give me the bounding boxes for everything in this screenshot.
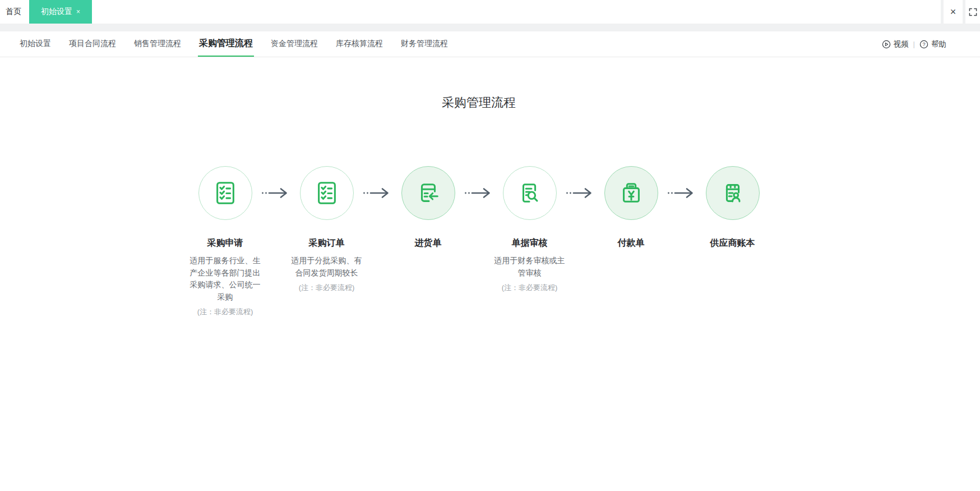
- step-name: 付款单: [618, 237, 645, 249]
- flow-step-goods-receipt: 进货单: [377, 166, 479, 316]
- step-description: 适用于财务审核或主管审核: [493, 255, 566, 279]
- utilities-divider: |: [913, 40, 915, 48]
- tabbar-utilities: 视频 | ? 帮助: [882, 31, 980, 57]
- step-name: 采购订单: [309, 237, 345, 249]
- step-circle[interactable]: [401, 166, 455, 220]
- step-note: (注：非必要流程): [197, 307, 253, 316]
- window-buttons: ×: [941, 0, 980, 24]
- video-link[interactable]: 视频: [882, 39, 909, 49]
- flow-step-purchase-order: 采购订单 适用于分批采购、有合同发货周期较长 (注：非必要流程): [276, 166, 377, 316]
- tab-funds-management-flow[interactable]: 资金管理流程: [270, 31, 319, 57]
- step-description: 适用于分批采购、有合同发货周期较长: [290, 255, 363, 279]
- main-panel: 初始设置 项目合同流程 销售管理流程 采购管理流程 资金管理流程 库存核算流程 …: [0, 31, 980, 491]
- window-fullscreen-button[interactable]: [965, 0, 980, 24]
- fullscreen-icon: [969, 8, 977, 16]
- flow-content: 采购管理流程 采购申请 适用于服务行业、生产企业等各部门提出采购请求、公司: [174, 94, 783, 316]
- step-description: 适用于服务行业、生产企业等各部门提出采购请求、公司统一采购: [188, 255, 262, 303]
- svg-text:?: ?: [922, 42, 925, 47]
- tab-initial-settings[interactable]: 初始设置: [19, 31, 52, 57]
- flow-step-payment: 付款单: [580, 166, 682, 316]
- supplier-ledger-icon: [720, 180, 746, 206]
- session-tab-label: 初始设置: [41, 7, 72, 17]
- document-search-icon: [517, 180, 543, 206]
- step-name: 采购申请: [207, 237, 243, 249]
- session-tab-close-icon[interactable]: ×: [76, 8, 80, 15]
- video-play-icon: [882, 40, 891, 49]
- tab-project-contract-flow[interactable]: 项目合同流程: [68, 31, 117, 57]
- flow-step-purchase-request: 采购申请 适用于服务行业、生产企业等各部门提出采购请求、公司统一采购 (注：非必…: [174, 166, 276, 316]
- flow-tab-bar: 初始设置 项目合同流程 销售管理流程 采购管理流程 资金管理流程 库存核算流程 …: [0, 31, 980, 57]
- process-flow: 采购申请 适用于服务行业、生产企业等各部门提出采购请求、公司统一采购 (注：非必…: [174, 166, 783, 316]
- tab-sales-management-flow[interactable]: 销售管理流程: [133, 31, 182, 57]
- flow-arrow-icon: [363, 186, 392, 200]
- help-link[interactable]: ? 帮助: [919, 39, 946, 49]
- checklist-icon: [314, 180, 340, 206]
- flow-arrow-icon: [464, 186, 493, 200]
- tab-inventory-accounting-flow[interactable]: 库存核算流程: [335, 31, 384, 57]
- step-circle[interactable]: [503, 166, 557, 220]
- step-circle[interactable]: [706, 166, 760, 220]
- step-note: (注：非必要流程): [299, 283, 355, 292]
- tab-purchase-management-flow[interactable]: 采购管理流程: [198, 31, 254, 57]
- home-tab-label: 首页: [6, 7, 21, 17]
- window-close-button[interactable]: ×: [944, 0, 963, 24]
- flow-step-document-review: 单据审核 适用于财务审核或主管审核 (注：非必要流程): [479, 166, 580, 316]
- step-name: 单据审核: [512, 237, 548, 249]
- close-icon: ×: [950, 7, 956, 17]
- step-name: 进货单: [415, 237, 442, 249]
- payment-cashbox-icon: [618, 180, 644, 206]
- top-window-bar: 首页 初始设置 × ×: [0, 0, 980, 24]
- session-tab-initial-settings[interactable]: 初始设置 ×: [29, 0, 92, 24]
- incoming-receipt-icon: [415, 180, 441, 206]
- flow-arrow-icon: [566, 186, 595, 200]
- help-label: 帮助: [931, 39, 946, 49]
- step-circle[interactable]: [198, 166, 252, 220]
- page-title: 采购管理流程: [174, 94, 783, 111]
- flow-arrow-icon: [261, 186, 290, 200]
- video-label: 视频: [894, 39, 909, 49]
- help-question-icon: ?: [919, 40, 928, 49]
- checklist-icon: [212, 180, 238, 206]
- step-circle[interactable]: [604, 166, 658, 220]
- step-note: (注：非必要流程): [502, 283, 558, 292]
- tab-finance-management-flow[interactable]: 财务管理流程: [400, 31, 449, 57]
- flow-step-supplier-ledger: 供应商账本: [682, 166, 783, 316]
- home-tab[interactable]: 首页: [0, 0, 27, 24]
- step-circle[interactable]: [300, 166, 354, 220]
- step-name: 供应商账本: [710, 237, 755, 249]
- page-background-strip: [0, 24, 980, 31]
- flow-arrow-icon: [667, 186, 696, 200]
